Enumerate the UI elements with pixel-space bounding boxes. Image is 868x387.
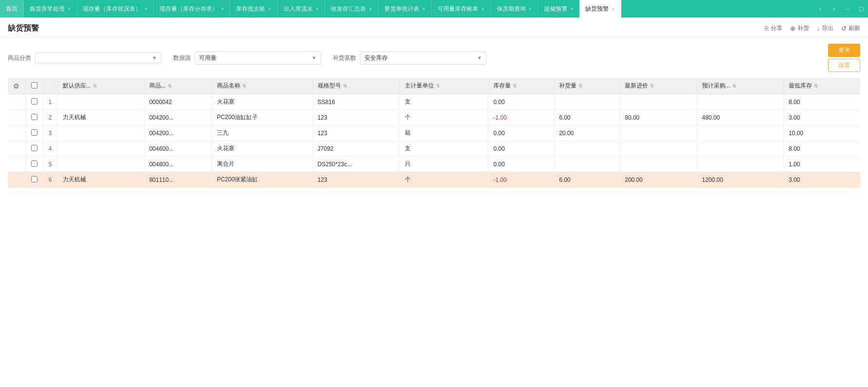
row-stock-qty: 0.00 (488, 157, 554, 172)
col-settings: ⚙ (8, 78, 25, 94)
tab-stock-status[interactable]: 现存量（库存状况表） × (77, 0, 153, 18)
tab-expiry[interactable]: 保质期查询 × (491, 0, 538, 18)
row-product-name: PC200张紧油缸 (212, 172, 312, 188)
row-checkbox[interactable] (31, 98, 37, 105)
tab-close-stock-status[interactable]: × (144, 6, 147, 12)
page-header: 缺货预警 ⎘ 分享 ⊕ 补货 ↓ 导出 ↺ 刷新 (0, 18, 868, 38)
row-unit: 支 (400, 94, 488, 110)
tab-nav-left[interactable]: ‹ (814, 0, 827, 18)
row-product-name: PC200油缸缸子 (212, 110, 312, 125)
replenish-base-value: 安全库存 (364, 54, 477, 62)
replenish-base-group: 补货基数 安全库存 ▼ (333, 52, 487, 65)
table-row: 6 力天机械 801110... PC200张紧油缸 123 个 -1.00 6… (8, 172, 860, 188)
col-rownum (43, 78, 57, 94)
tab-close-expiry[interactable]: × (529, 6, 532, 12)
row-supplier (57, 125, 144, 141)
row-checkbox[interactable] (31, 129, 37, 136)
row-unit: 箱 (400, 125, 488, 141)
refresh-button[interactable]: ↺ 刷新 (841, 24, 860, 33)
tab-minimize[interactable]: – (841, 0, 854, 18)
row-min-stock: 8.00 (783, 94, 860, 110)
tab-close-requisition[interactable]: × (422, 6, 425, 12)
tab-close-stock-dist[interactable]: × (221, 6, 224, 12)
tab-close-summary[interactable]: × (369, 6, 372, 12)
product-category-arrow-icon: ▼ (152, 55, 157, 61)
share-button[interactable]: ⎘ 分享 (765, 24, 782, 33)
row-min-stock: 8.00 (783, 141, 860, 157)
tab-batch[interactable]: 库存批次账 × (230, 0, 277, 18)
row-num: 2 (43, 110, 57, 125)
tab-maximize[interactable]: □ (854, 0, 868, 18)
row-min-stock: 3.00 (783, 172, 860, 188)
row-settings (8, 157, 25, 172)
share-icon: ⎘ (765, 25, 769, 32)
col-estimated-purchase: 预计采购... ⇅ (697, 78, 783, 94)
tab-requisition[interactable]: 要货单统计表 × (379, 0, 432, 18)
row-product-code: 004200... (144, 125, 212, 141)
replenish-button[interactable]: ⊕ 补货 (790, 24, 809, 33)
tab-stock-dist[interactable]: 现存量（库存分布表） × (154, 0, 230, 18)
row-checkbox-cell (25, 94, 43, 110)
table-row: 1 0000042 火花塞 SS816 支 0.00 8.00 (8, 94, 860, 110)
supplier-sort-icon: ⇅ (93, 83, 97, 88)
replenish-base-arrow-icon: ▼ (477, 55, 482, 61)
row-estimated-purchase: 480.00 (697, 110, 783, 125)
table-row: 3 004200... 三九 123 箱 0.00 20.00 10.00 (8, 125, 860, 141)
row-min-stock: 1.00 (783, 157, 860, 172)
row-min-stock: 3.00 (783, 110, 860, 125)
tab-nav-right[interactable]: › (827, 0, 841, 18)
row-num: 3 (43, 125, 57, 141)
query-button[interactable]: 查询 (828, 44, 860, 57)
row-stock-qty: -1.00 (488, 172, 554, 188)
row-min-stock: 10.00 (783, 125, 860, 141)
tab-shortage[interactable]: 缺货预警 × (579, 0, 621, 18)
export-button[interactable]: ↓ 导出 (817, 24, 834, 33)
settings-button[interactable]: 设置 (828, 59, 860, 72)
row-checkbox[interactable] (31, 160, 37, 167)
export-icon: ↓ (817, 25, 820, 32)
tab-close-batch[interactable]: × (268, 6, 271, 12)
tab-home[interactable]: 首页 (0, 0, 24, 18)
tab-close-shortage[interactable]: × (612, 6, 615, 12)
select-all-checkbox[interactable] (31, 82, 37, 88)
row-estimated-purchase (697, 94, 783, 110)
row-latest-price: 80.00 (620, 110, 697, 125)
row-unit: 个 (400, 110, 488, 125)
row-checkbox[interactable] (31, 176, 37, 182)
tab-summary[interactable]: 收发存汇总表 × (325, 0, 378, 18)
filter-row: 商品分类 ▼ 数据源 可用量 ▼ 补货基数 安全库存 ▼ 查询 设置 (0, 38, 868, 78)
replenish-base-label: 补货基数 (333, 54, 356, 62)
product-category-label: 商品分类 (8, 54, 31, 62)
tab-overstock[interactable]: 超储预警 × (538, 0, 579, 18)
table-header-row: ⚙ 默认供应... ⇅ 商品... (8, 78, 860, 94)
tab-close-refine[interactable]: × (68, 6, 71, 12)
data-source-label: 数据源 (173, 54, 191, 62)
tab-available[interactable]: 可用量库存账本 × (432, 0, 490, 18)
tab-refine[interactable]: 炼货异常处理 × (24, 0, 77, 18)
row-replenish-qty: 6.00 (554, 172, 620, 188)
tab-close-available[interactable]: × (481, 6, 484, 12)
row-latest-price (620, 94, 697, 110)
row-checkbox[interactable] (31, 145, 37, 151)
tab-close-overstock[interactable]: × (570, 6, 573, 12)
spec-sort-icon: ⇅ (343, 83, 347, 88)
column-settings-icon[interactable]: ⚙ (13, 82, 19, 90)
row-product-code: 004600... (144, 141, 212, 157)
row-stock-qty: 0.00 (488, 141, 554, 157)
refresh-icon: ↺ (841, 25, 847, 32)
replenish-base-select[interactable]: 安全库存 ▼ (360, 52, 487, 65)
col-supplier: 默认供应... ⇅ (57, 78, 144, 94)
tab-flow[interactable]: 出入库流水 × (278, 0, 325, 18)
tab-close-flow[interactable]: × (316, 6, 319, 12)
row-latest-price: 200.00 (620, 172, 697, 188)
table-row: 4 004600... 火花塞 J7092 支 0.00 8.00 (8, 141, 860, 157)
row-spec-model: SS816 (312, 94, 400, 110)
data-source-select[interactable]: 可用量 ▼ (195, 52, 321, 65)
col-checkbox (25, 78, 43, 94)
product-category-select[interactable]: ▼ (35, 53, 162, 63)
row-checkbox[interactable] (31, 114, 37, 120)
col-unit: 主计量单位 ⇅ (400, 78, 488, 94)
row-settings (8, 141, 25, 157)
row-unit: 只 (400, 157, 488, 172)
min-stock-sort-icon: ⇅ (814, 83, 818, 88)
